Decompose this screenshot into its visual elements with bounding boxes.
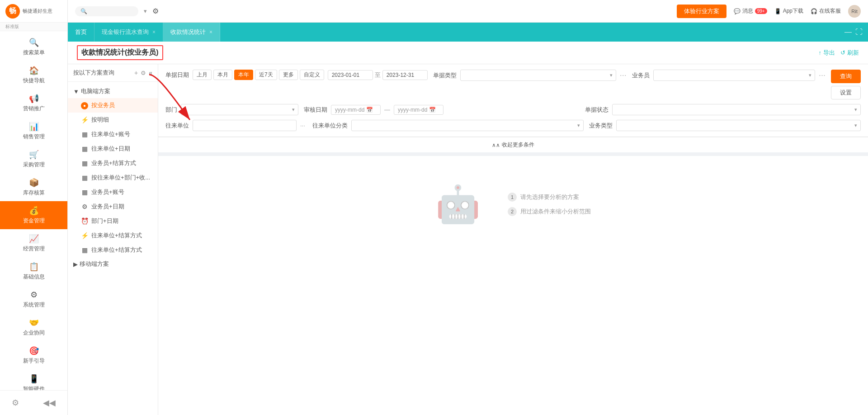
- tab-maximize-icon[interactable]: ⛶: [855, 28, 863, 36]
- add-scheme-icon[interactable]: +: [134, 69, 138, 76]
- sidebar-item-inventory[interactable]: 📦 库存核算: [0, 173, 67, 201]
- dropdown-icon[interactable]: ▾: [144, 8, 147, 14]
- sidebar-item-purchase[interactable]: 🛒 采购管理: [0, 145, 67, 173]
- tab-bar-actions: — ⛶: [839, 28, 868, 36]
- main-content: 🔍 ▾ ⚙ 体验行业方案 💬 消息 99+ 📱 App下载: [68, 0, 868, 415]
- online-service-action[interactable]: 🎧 在线客服: [811, 7, 841, 15]
- sidebar-item-system[interactable]: ⚙ 系统管理: [0, 285, 67, 313]
- sidebar-item-smart-hw[interactable]: 📱 智能硬件: [0, 369, 67, 390]
- date-btn-last-month[interactable]: 上月: [193, 70, 212, 80]
- collapse-bar[interactable]: ∧∧ 收起更多条件: [158, 137, 868, 152]
- scheme-group-desktop-header[interactable]: ▼ 电脑端方案: [68, 85, 158, 98]
- date-filter-label: 单据日期: [165, 71, 189, 79]
- date-btn-custom[interactable]: 自定义: [300, 70, 324, 80]
- audit-date-from-input[interactable]: yyyy-mm-dd 📅: [331, 105, 381, 115]
- scheme-settings-icon[interactable]: ⚙: [141, 70, 146, 76]
- by-staff-label: 按业务员: [91, 101, 115, 109]
- app-download-action[interactable]: 📱 App下载: [774, 7, 803, 15]
- scheme-item-dept-date[interactable]: ⏰ 部门+日期: [68, 214, 158, 228]
- tab-minimize-icon[interactable]: —: [844, 28, 852, 36]
- left-panel-actions: + ⚙ «: [134, 69, 152, 76]
- logo-icon: 畅: [5, 4, 20, 19]
- audit-date-to-input[interactable]: yyyy-mm-dd 📅: [394, 105, 443, 115]
- sidebar: 畅 畅捷通好生意 标准版 🔍 搜索菜单 🏠 快捷导航 📢 营销推广 📊 销售管: [0, 0, 68, 415]
- sidebar-item-operations[interactable]: 📈 经营管理: [0, 229, 67, 257]
- messages-label: 消息: [742, 7, 753, 15]
- scheme-item-staff-account[interactable]: ▦ 业务员+账号: [68, 185, 158, 199]
- marketing-icon: 📢: [29, 94, 39, 104]
- messages-action[interactable]: 💬 消息 99+: [734, 7, 767, 15]
- scheme-item-staff-settlement[interactable]: ▦ 业务员+结算方式: [68, 156, 158, 170]
- settings-button[interactable]: 设置: [831, 86, 861, 99]
- voucher-type-more-icon[interactable]: ···: [620, 71, 627, 80]
- scheme-item-partner-account[interactable]: ▦ 往来单位+账号: [68, 127, 158, 141]
- dept-select[interactable]: [181, 104, 298, 115]
- date-btn-more[interactable]: 更多: [279, 70, 298, 80]
- business-type-select[interactable]: [616, 120, 861, 131]
- dept-select-wrapper: [181, 104, 298, 115]
- date-btn-this-month[interactable]: 本月: [213, 70, 232, 80]
- date-btn-7days[interactable]: 近7天: [255, 70, 277, 80]
- scheme-item-partner-dept[interactable]: ▦ 按往来单位+部门+收...: [68, 170, 158, 185]
- partner-settle1-label: 往来单位+结算方式: [91, 231, 142, 240]
- partner-settle2-label: 往来单位+结算方式: [91, 246, 142, 254]
- left-panel-header: 按以下方案查询 + ⚙ «: [68, 64, 158, 82]
- scheme-item-staff-date[interactable]: ⚙ 业务员+日期: [68, 199, 158, 214]
- tab-bank[interactable]: 现金银行流水查询 ×: [94, 23, 163, 42]
- system-icon: ⚙: [30, 290, 38, 300]
- staff-settlement-icon: ▦: [80, 160, 89, 167]
- sidebar-item-marketing[interactable]: 📢 营销推广: [0, 89, 67, 117]
- date-btn-this-year[interactable]: 本年: [234, 70, 253, 80]
- query-button[interactable]: 查询: [831, 70, 861, 83]
- staff-select[interactable]: [653, 70, 815, 81]
- tab-home[interactable]: 首页: [68, 23, 94, 42]
- scheme-item-partner-settle2[interactable]: ▦ 往来单位+结算方式: [68, 243, 158, 257]
- scheme-item-by-detail[interactable]: ⚡ 按明细: [68, 113, 158, 127]
- tab-collection-label: 收款情况统计: [170, 28, 206, 36]
- tab-bank-close-icon[interactable]: ×: [152, 29, 156, 35]
- refresh-button[interactable]: ↺ 刷新: [840, 49, 859, 57]
- empty-step-2: 2 用过滤条件来缩小分析范围: [508, 207, 591, 216]
- tab-collection-close-icon[interactable]: ×: [209, 29, 212, 35]
- partner-more-dots[interactable]: ···: [298, 122, 307, 129]
- scheme-item-partner-settle1[interactable]: ⚡ 往来单位+结算方式: [68, 228, 158, 243]
- collapse-panel-icon[interactable]: «: [149, 69, 152, 76]
- staff-more-icon[interactable]: ···: [819, 71, 826, 80]
- right-panel: 单据日期 上月 本月 本年 近7天 更多 自定义: [158, 64, 868, 415]
- voucher-status-select[interactable]: [612, 104, 861, 115]
- page-header-actions: ↑ 导出 ↺ 刷新: [819, 49, 859, 57]
- topbar-settings-icon[interactable]: ⚙: [152, 7, 159, 15]
- scheme-item-by-staff[interactable]: ● 按业务员: [68, 98, 158, 113]
- by-detail-icon: ⚡: [80, 116, 89, 123]
- sidebar-label-coop: 企业协同: [23, 329, 45, 337]
- voucher-type-label: 单据类型: [433, 71, 457, 80]
- tab-collection[interactable]: 收款情况统计 ×: [163, 23, 220, 42]
- date-to-input[interactable]: [382, 70, 428, 80]
- sidebar-settings-icon[interactable]: ⚙: [9, 395, 22, 410]
- sidebar-item-finance[interactable]: 💰 资金管理: [0, 201, 67, 229]
- trial-button[interactable]: 体验行业方案: [677, 5, 726, 18]
- partner-category-select[interactable]: [351, 120, 584, 131]
- date-range-separator: 至: [375, 71, 381, 79]
- sidebar-item-guide[interactable]: 🎯 新手引导: [0, 341, 67, 369]
- sidebar-item-basic-info[interactable]: 📋 基础信息: [0, 257, 67, 285]
- sidebar-collapse-icon[interactable]: ◀◀: [40, 395, 58, 410]
- partner-input[interactable]: [193, 120, 297, 131]
- dept-filter-label: 部门: [165, 106, 177, 114]
- sidebar-item-sales[interactable]: 📊 销售管理: [0, 117, 67, 145]
- business-type-label: 业务类型: [589, 122, 613, 130]
- scheme-item-partner-date[interactable]: ▦ 往来单位+日期: [68, 141, 158, 156]
- scheme-group-mobile-header[interactable]: ▶ 移动端方案: [68, 257, 158, 271]
- sidebar-item-cooperation[interactable]: 🤝 企业协同: [0, 313, 67, 341]
- staff-account-label: 业务员+账号: [91, 188, 124, 196]
- sidebar-item-quick-nav[interactable]: 🏠 快捷导航: [0, 61, 67, 89]
- partner-input-group: ···: [193, 120, 307, 131]
- export-button[interactable]: ↑ 导出: [819, 49, 835, 57]
- date-from-input[interactable]: [328, 70, 373, 80]
- user-avatar[interactable]: Rit: [848, 5, 861, 18]
- voucher-type-select[interactable]: [460, 70, 616, 81]
- sidebar-label-purchase: 采购管理: [23, 161, 45, 169]
- finance-icon: 💰: [29, 206, 39, 216]
- search-box[interactable]: 🔍: [75, 6, 138, 16]
- sidebar-item-search-menu[interactable]: 🔍 搜索菜单: [0, 33, 67, 61]
